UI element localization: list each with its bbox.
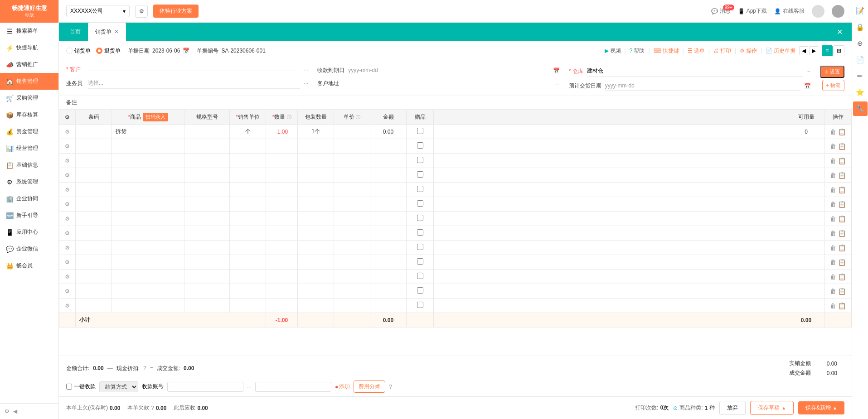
- row-avail[interactable]: [788, 226, 824, 241]
- avatar[interactable]: [812, 5, 824, 18]
- sidebar-item-app-center[interactable]: 📱 应用中心: [0, 224, 58, 241]
- delete-icon[interactable]: 🗑: [830, 259, 836, 266]
- row-settings[interactable]: ⚙: [59, 270, 76, 284]
- row-spec[interactable]: [184, 168, 230, 183]
- row-amount[interactable]: [370, 226, 407, 241]
- row-price[interactable]: [334, 255, 370, 270]
- expected-date-calendar-icon[interactable]: 📅: [804, 83, 811, 89]
- row-spec[interactable]: [184, 125, 230, 139]
- sidebar-item-finance[interactable]: 💰 资金管理: [0, 123, 58, 140]
- row-product[interactable]: [112, 168, 184, 183]
- delete-icon[interactable]: 🗑: [830, 186, 836, 193]
- gift-checkbox[interactable]: [417, 186, 423, 192]
- row-amount[interactable]: [370, 241, 407, 255]
- row-spec[interactable]: [184, 212, 230, 226]
- row-settings[interactable]: ⚙: [59, 168, 76, 183]
- row-gift[interactable]: [407, 212, 434, 226]
- row-avail[interactable]: [788, 154, 824, 168]
- next-arrow[interactable]: ▶: [809, 46, 818, 55]
- due-date-input[interactable]: yyyy-mm-dd: [348, 66, 549, 75]
- row-gift[interactable]: [407, 139, 434, 154]
- row-unit[interactable]: [230, 255, 266, 270]
- shortcut-button[interactable]: ⌨ 快捷键: [654, 47, 679, 55]
- sidebar-item-operations[interactable]: 📊 经营管理: [0, 140, 58, 157]
- row-qty[interactable]: [266, 139, 298, 154]
- delete-icon[interactable]: 🗑: [830, 244, 836, 251]
- row-settings[interactable]: ⚙: [59, 212, 76, 226]
- salesperson-more-icon[interactable]: ···: [304, 80, 308, 87]
- row-product[interactable]: [112, 197, 184, 212]
- row-amount[interactable]: [370, 284, 407, 299]
- row-price[interactable]: [334, 226, 370, 241]
- row-unit[interactable]: [230, 226, 266, 241]
- row-barcode[interactable]: [76, 154, 112, 168]
- row-barcode[interactable]: [76, 284, 112, 299]
- col-settings[interactable]: ⚙: [59, 110, 76, 125]
- row-qty[interactable]: [266, 284, 298, 299]
- row-barcode[interactable]: [76, 226, 112, 241]
- row-avail[interactable]: [788, 168, 824, 183]
- row-spec[interactable]: [184, 154, 230, 168]
- row-product[interactable]: [112, 284, 184, 299]
- amount-input[interactable]: [255, 382, 331, 392]
- sidebar-item-purchase[interactable]: 🛒 采购管理: [0, 90, 58, 106]
- row-spec[interactable]: [184, 255, 230, 270]
- row-spec[interactable]: [184, 183, 230, 197]
- warehouse-more-icon[interactable]: ···: [806, 68, 811, 74]
- row-product[interactable]: [112, 139, 184, 154]
- list-view-button[interactable]: ≡: [822, 45, 833, 56]
- row-settings[interactable]: ⚙: [59, 125, 76, 139]
- settings-icon[interactable]: ⚙: [5, 408, 10, 414]
- tab-close-icon[interactable]: ✕: [114, 29, 119, 35]
- row-spec[interactable]: [184, 139, 230, 154]
- delete-icon[interactable]: 🗑: [830, 288, 836, 295]
- row-pkg-qty[interactable]: 1个: [298, 125, 334, 139]
- copy-icon[interactable]: 📋: [838, 302, 846, 309]
- delete-icon[interactable]: 🗑: [830, 273, 836, 280]
- row-qty[interactable]: [266, 183, 298, 197]
- copy-icon[interactable]: 📋: [838, 201, 846, 208]
- rp-icon-lock[interactable]: 🔒: [853, 20, 868, 34]
- row-pkg-qty[interactable]: [298, 154, 334, 168]
- prev-arrow[interactable]: ◀: [799, 46, 808, 55]
- delete-icon[interactable]: 🗑: [830, 157, 836, 164]
- row-price[interactable]: [334, 183, 370, 197]
- row-settings[interactable]: ⚙: [59, 284, 76, 299]
- gift-checkbox[interactable]: [417, 229, 423, 236]
- row-remark[interactable]: [434, 168, 788, 183]
- set-button[interactable]: ⊙ 设置: [820, 66, 844, 78]
- sidebar-item-wechat[interactable]: 💬 企业微信: [0, 241, 58, 257]
- rp-icon-add[interactable]: ⊕: [853, 36, 868, 51]
- row-product[interactable]: [112, 183, 184, 197]
- row-product[interactable]: [112, 270, 184, 284]
- row-avail[interactable]: [788, 183, 824, 197]
- row-remark[interactable]: [434, 255, 788, 270]
- gift-checkbox[interactable]: [417, 200, 423, 207]
- rp-icon-tool[interactable]: 🔧: [853, 101, 868, 116]
- row-qty[interactable]: [266, 270, 298, 284]
- row-settings[interactable]: ⚙: [59, 183, 76, 197]
- gift-checkbox[interactable]: [417, 273, 423, 279]
- row-qty[interactable]: [266, 299, 298, 313]
- sidebar-item-guide[interactable]: 🆕 新手引导: [0, 207, 58, 224]
- row-amount[interactable]: [370, 183, 407, 197]
- row-barcode[interactable]: [76, 299, 112, 313]
- row-price[interactable]: [334, 154, 370, 168]
- row-amount[interactable]: [370, 154, 407, 168]
- video-button[interactable]: ▶ 视频: [605, 47, 621, 55]
- customer-input[interactable]: [88, 68, 300, 71]
- row-spec[interactable]: [184, 270, 230, 284]
- copy-icon[interactable]: 📋: [838, 259, 846, 266]
- row-product[interactable]: [112, 212, 184, 226]
- online-service-button[interactable]: 👤 在线客服: [774, 7, 805, 15]
- row-pkg-qty[interactable]: [298, 183, 334, 197]
- row-amount[interactable]: [370, 139, 407, 154]
- row-remark[interactable]: [434, 154, 788, 168]
- sidebar-item-sales[interactable]: 🏠 销售管理: [0, 73, 58, 90]
- row-pkg-qty[interactable]: [298, 299, 334, 313]
- note-input[interactable]: [81, 99, 844, 106]
- gift-checkbox[interactable]: [417, 157, 423, 163]
- row-settings[interactable]: ⚙: [59, 154, 76, 168]
- gift-checkbox[interactable]: [417, 287, 423, 294]
- row-price[interactable]: [334, 270, 370, 284]
